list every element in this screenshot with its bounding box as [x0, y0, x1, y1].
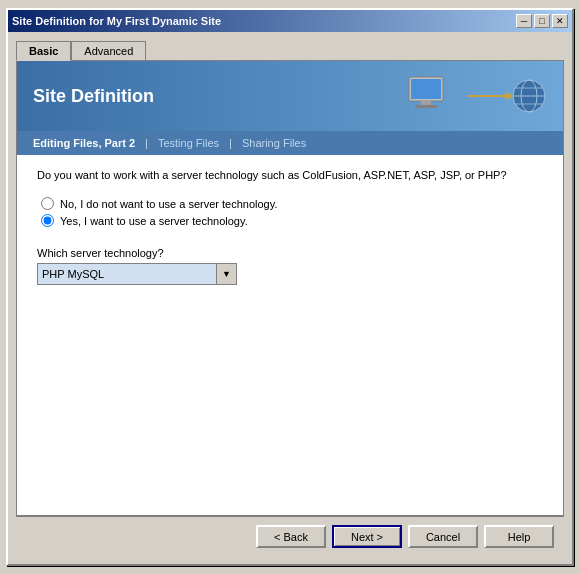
dropdown-arrow-button[interactable]: ▼: [217, 263, 237, 285]
site-definition-title: Site Definition: [33, 86, 385, 107]
site-def-header: Site Definition: [17, 61, 563, 131]
bottom-buttons: < Back Next > Cancel Help: [16, 516, 564, 556]
tab-panel: Site Definition: [16, 60, 564, 516]
next-button[interactable]: Next >: [332, 525, 402, 548]
step-sharing-files[interactable]: Sharing Files: [234, 135, 314, 151]
dropdown-wrapper: PHP MySQL ColdFusion ASP.NET ASP JavaScr…: [37, 263, 543, 285]
arrow-globe-icon: [467, 76, 547, 116]
steps-bar: Editing Files, Part 2 | Testing Files | …: [17, 131, 563, 155]
help-button[interactable]: Help: [484, 525, 554, 548]
radio-no-label[interactable]: No, I do not want to use a server techno…: [41, 197, 543, 210]
minimize-button[interactable]: ─: [516, 14, 532, 28]
tab-basic[interactable]: Basic: [16, 41, 71, 61]
window-title: Site Definition for My First Dynamic Sit…: [12, 15, 221, 27]
title-bar: Site Definition for My First Dynamic Sit…: [8, 10, 572, 32]
main-window: Site Definition for My First Dynamic Sit…: [6, 8, 574, 566]
svg-rect-2: [421, 101, 431, 105]
svg-rect-3: [415, 105, 437, 108]
back-button[interactable]: < Back: [256, 525, 326, 548]
step-editing-files[interactable]: Editing Files, Part 2: [25, 135, 143, 151]
step-testing-files[interactable]: Testing Files: [150, 135, 227, 151]
radio-no-text: No, I do not want to use a server techno…: [60, 198, 277, 210]
radio-yes-label[interactable]: Yes, I want to use a server technology.: [41, 214, 543, 227]
close-button[interactable]: ✕: [552, 14, 568, 28]
server-technology-select[interactable]: PHP MySQL ColdFusion ASP.NET ASP JavaScr…: [37, 263, 217, 285]
main-content: Do you want to work with a server techno…: [17, 155, 563, 515]
cancel-button[interactable]: Cancel: [408, 525, 478, 548]
svg-rect-1: [411, 79, 441, 99]
tab-advanced[interactable]: Advanced: [71, 41, 146, 61]
dropdown-label: Which server technology?: [37, 247, 543, 259]
title-bar-buttons: ─ □ ✕: [516, 14, 568, 28]
empty-area: [37, 295, 543, 501]
maximize-button[interactable]: □: [534, 14, 550, 28]
question-text: Do you want to work with a server techno…: [37, 169, 543, 181]
radio-group: No, I do not want to use a server techno…: [41, 197, 543, 227]
radio-no[interactable]: [41, 197, 54, 210]
radio-yes[interactable]: [41, 214, 54, 227]
computer-icon: [401, 71, 451, 121]
radio-yes-text: Yes, I want to use a server technology.: [60, 215, 248, 227]
window-content: Basic Advanced Site Definition: [8, 32, 572, 564]
dropdown-section: Which server technology? PHP MySQL ColdF…: [37, 237, 543, 285]
tabs-row: Basic Advanced: [12, 36, 568, 60]
